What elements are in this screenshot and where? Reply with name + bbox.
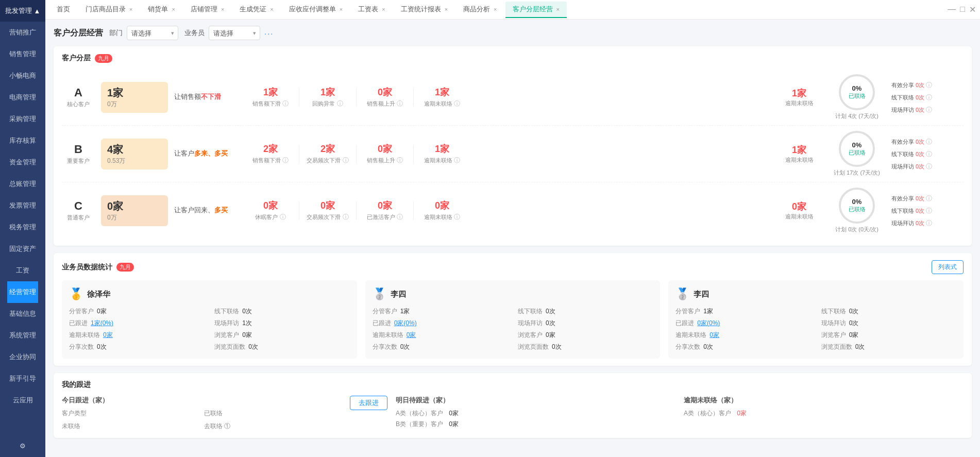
tab-应收应付调整单[interactable]: 应收应付调整单× [282,2,350,18]
tab-close-生成凭证[interactable]: × [270,6,273,12]
overdue-a-row: A类（核心）客户 0家 [684,409,964,418]
stat-item-B-3: 1家 逾期未联络 ⓘ [419,143,465,165]
tier-suggest-C: 让客户回来、多买 [174,205,241,216]
tab-生成凭证[interactable]: 生成凭证× [232,2,280,18]
sidebar-item-新手引导[interactable]: 新手引导 [7,368,38,390]
rep-header-0: 🥇 徐泽华 [69,287,350,301]
sidebar-item-工资[interactable]: 工资 [7,260,38,281]
today-a-label: 客户类型 [62,409,200,418]
tomorrow-b-row: B类（重要）客户 0家 [396,420,675,429]
tier-row-C: C 普通客户 0家 0万 让客户回来、多买 0家 休眠客户 ⓘ 0家 交易频次下… [62,182,964,239]
tab-minimize-icon[interactable]: — [948,5,956,14]
tomorrow-a-count: 0家 [449,410,459,417]
tab-close-销货单[interactable]: × [172,6,175,12]
tier-rows: A 核心客户 1家 0万 让销售额不下滑 1家 销售额下滑 ⓘ 1家 回购异常 … [62,69,964,239]
rep-card-2: 🥈 李四 分管客户 1家 线下联络 0次 已跟进 0家(0%) 现场拜访 0次 … [668,280,964,359]
sidebar-item-系统管理[interactable]: 系统管理 [7,325,38,346]
tier-follow-B: 1家 逾期未联络 [776,144,822,164]
tomorrow-b-count: 0家 [449,420,459,428]
sidebar-item-资金管理[interactable]: 资金管理 [7,151,38,173]
tab-工资统计报表[interactable]: 工资统计报表× [394,2,455,18]
tier-label-A: A 核心客户 [62,86,95,108]
rep-stats: 分管客户 0家 线下联络 0次 已跟进 1家(0%) 现场拜访 1次 逾期未联络… [69,307,350,351]
tier-month-badge: 九月 [95,54,112,63]
list-view-button[interactable]: 列表式 [932,260,964,274]
settings-button[interactable]: ⚙ [0,435,45,457]
tabs-container: 首页门店商品目录×销货单×店铺管理×生成凭证×应收应付调整单×工资表×工资统计报… [49,2,947,18]
overdue-follow-col: 逾期未联络（家） A类（核心）客户 0家 [684,396,964,418]
tier-stats-B: 2家 销售额下滑 ⓘ 2家 交易频次下滑 ⓘ 0家 销售额上升 ⓘ 1家 [247,143,770,165]
rep-select[interactable]: 请选择 [209,26,260,40]
tab-客户分层经营[interactable]: 客户分层经营× [505,2,567,18]
today-status-label: 已联络 [204,409,342,418]
stat-item-B-2: 0家 销售额上升 ⓘ [362,143,408,165]
dept-label: 部门 [109,28,123,38]
today-follow-col: 今日跟进（家） 客户类型 已联络 未联络 去联络 ① [62,396,342,431]
sidebar-item-库存核算[interactable]: 库存核算 [7,130,38,151]
more-options-icon[interactable]: ··· [264,29,274,38]
rep-stat-left-1: 已跟进 0家(0%) [675,319,810,328]
tab-close-工资统计报表[interactable]: × [445,6,448,12]
tab-门店商品目录[interactable]: 门店商品目录× [78,2,140,18]
tab-首页[interactable]: 首页 [49,2,77,18]
tier-right-stats-C: 有效分享 0次 ⓘ 线下联络 0次 ⓘ 现场拜访 0次 ⓘ [891,192,964,229]
sidebar-title: 批发管理 [5,6,32,15]
tab-销货单[interactable]: 销货单× [141,2,182,18]
sidebar-item-企业协同[interactable]: 企业协同 [7,346,38,368]
sidebar-item-发票管理[interactable]: 发票管理 [7,195,38,216]
sales-stats-section: 业务员数据统计 九月 列表式 🥇 徐泽华 分管客户 0家 线下联络 0次 已跟进… [54,253,972,366]
rep-stat-right-0: 线下联络 0次 [214,307,349,316]
tier-stats-C: 0家 休眠客户 ⓘ 0家 交易频次下滑 ⓘ 0家 已激活客户 ⓘ 0家 [247,199,770,222]
sidebar-header[interactable]: 批发管理 ▲ [0,0,45,22]
tab-close-门店商品目录[interactable]: × [129,6,132,12]
dept-select-wrapper: 请选择 [127,26,178,40]
sidebar-item-小畅电商[interactable]: 小畅电商 [7,65,38,87]
tab-close-all-icon[interactable]: ✕ [969,5,976,14]
tier-follow-A: 1家 逾期未联络 [776,87,822,107]
dept-select[interactable]: 请选择 [127,26,178,40]
sidebar-toggle-icon: ▲ [34,7,41,15]
tab-工资表[interactable]: 工资表× [351,2,392,18]
sidebar-item-经营管理[interactable]: 经营管理 [7,281,38,303]
rep-stat-left-3: 分享次数 0次 [69,343,204,351]
sidebar-item-销售管理[interactable]: 销售管理 [7,43,38,65]
tab-close-店铺管理[interactable]: × [221,6,224,12]
sidebar-item-税务管理[interactable]: 税务管理 [7,216,38,238]
sidebar-item-电商管理[interactable]: 电商管理 [7,87,38,108]
tab-店铺管理[interactable]: 店铺管理× [183,2,231,18]
rep-stat-left-0: 分管客户 0家 [69,307,204,316]
rep-stat-right-1: 现场拜访 1次 [214,319,349,328]
tier-circle-B: 0% 已联络 计划 17次 (7天/次) [829,131,885,177]
rep-stat-left-2: 逾期未联络 0家 [69,331,204,340]
sales-section-title: 业务员数据统计 [62,263,112,272]
stat-item-A-2: 0家 销售额上升 ⓘ [362,86,408,108]
tab-close-商品分析[interactable]: × [494,6,497,12]
tier-circle-A: 0% 已联络 计划 4次 (7天/次) [829,74,885,120]
stat-item-C-3: 0家 逾期未联络 ⓘ [419,199,465,222]
goto-follow-button[interactable]: 去跟进 [350,396,387,410]
sales-title-group: 业务员数据统计 九月 [62,263,134,272]
rep-stat-left-2: 逾期未联络 0家 [675,331,810,340]
tab-商品分析[interactable]: 商品分析× [456,2,504,18]
sidebar-item-采购管理[interactable]: 采购管理 [7,108,38,130]
today-c-label: 去联络 ① [204,422,342,431]
sidebar-item-营销推广[interactable]: 营销推广 [7,22,38,43]
main-area: 首页门店商品目录×销货单×店铺管理×生成凭证×应收应付调整单×工资表×工资统计报… [45,0,980,457]
tier-section-title: 客户分层 [62,54,91,63]
tier-right-stats-B: 有效分享 0次 ⓘ 线下联络 0次 ⓘ 现场拜访 0次 ⓘ [891,136,964,173]
dept-filter: 部门 请选择 [109,26,178,40]
sidebar-item-固定资产[interactable]: 固定资产 [7,238,38,260]
sidebar-item-云应用[interactable]: 云应用 [7,390,38,411]
rep-stat-left-2: 逾期未联络 0家 [373,331,508,340]
tab-restore-icon[interactable]: □ [960,5,965,14]
rep-name-0: 徐泽华 [87,290,110,299]
tab-bar: 首页门店商品目录×销货单×店铺管理×生成凭证×应收应付调整单×工资表×工资统计报… [45,0,980,20]
rep-stat-right-0: 线下联络 0次 [821,307,956,316]
tab-close-工资表[interactable]: × [382,6,385,12]
rep-stat-left-0: 分管客户 1家 [675,307,810,316]
rep-stat-right-3: 浏览页面数 0次 [518,343,653,351]
tab-close-应收应付调整单[interactable]: × [340,6,343,12]
tab-close-客户分层经营[interactable]: × [556,6,560,12]
sidebar-item-总账管理[interactable]: 总账管理 [7,173,38,195]
sidebar-item-基础信息[interactable]: 基础信息 [7,303,38,325]
